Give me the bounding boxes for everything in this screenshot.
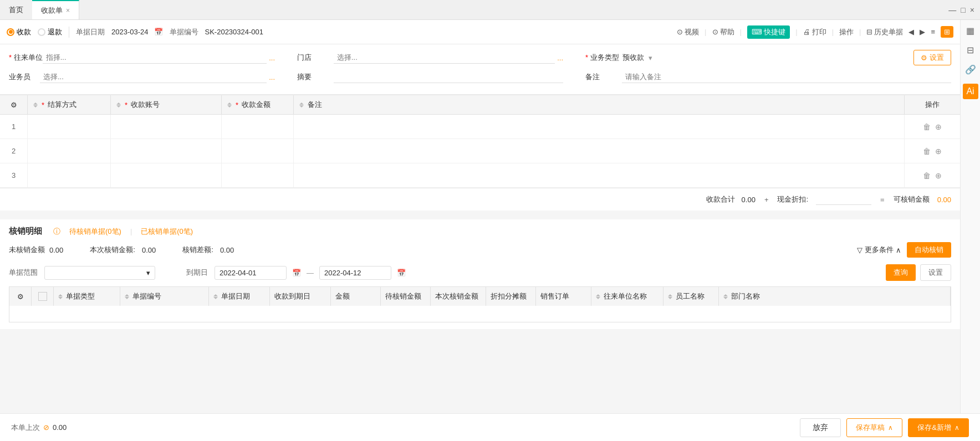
remark-input[interactable] [622,71,951,83]
done-tab[interactable]: 已核销单据(0笔) [141,227,193,237]
bth-settings[interactable]: ⚙ [9,287,32,306]
save-draft-btn[interactable]: 保存草稿 ∧ [846,418,902,437]
sidebar-icon-link[interactable]: 🔗 [965,64,976,75]
row-2-remark[interactable] [294,139,905,163]
auto-verify-btn[interactable]: 自动核销 [907,242,951,258]
grid-icon-btn[interactable]: ⊞ [941,26,953,38]
discard-btn[interactable]: 放弃 [800,418,841,437]
row-1-settlement[interactable] [28,115,111,139]
print-icon: 🖨 [803,28,810,36]
window-close-icon[interactable]: × [970,6,974,14]
row-1-copy-icon[interactable]: ⊕ [935,122,942,131]
help-btn[interactable]: ⊙ 帮助 [712,27,734,37]
dept-sort [723,294,728,299]
verify-info-icon[interactable]: ⓘ [53,227,60,237]
business-type-dropdown-icon[interactable]: ▾ [649,54,652,62]
row-2-account[interactable] [111,139,222,163]
date-range-label: 单据范围 [9,268,38,278]
summary-input[interactable] [334,71,563,83]
row-2-amount[interactable] [222,139,294,163]
business-type-label: 业务类型 [585,53,619,63]
partner-more-btn[interactable]: ... [269,54,275,62]
sidebar-icon-ai[interactable]: Ai [963,84,978,99]
query-btn[interactable]: 查询 [886,264,916,281]
due-date-start-input[interactable] [215,266,287,280]
row-1-delete-icon[interactable]: 🗑 [923,122,931,131]
date-range-field: 单据范围 ▾ [9,266,155,280]
bth-check[interactable] [32,287,54,306]
row-1-account[interactable] [111,115,222,139]
row-3-settlement[interactable] [28,163,111,187]
more-conditions-btn[interactable]: ▽ 更多条件 ∧ [857,245,901,255]
row-3-amount[interactable] [222,163,294,187]
row-1-amount[interactable] [222,115,294,139]
current-value: 0.00 [53,423,67,432]
amount-sort [227,102,232,107]
due-date-label: 到期日 [186,268,208,278]
discount-input[interactable] [816,194,871,205]
tab-home[interactable]: 首页 [0,0,32,19]
maximize-icon[interactable]: □ [961,6,965,14]
section-divider [0,211,960,215]
table-header-settings[interactable]: ⚙ [0,95,28,114]
due-date-end-cal-icon[interactable]: 📅 [397,269,406,277]
summary-field: 摘要 [297,71,563,83]
menu-icon-btn[interactable]: ≡ [931,28,935,36]
nav-right-btn[interactable]: ▶ [920,28,925,36]
tab-close-icon[interactable]: × [66,7,70,14]
query-settings-btn[interactable]: 设置 [920,264,951,281]
radio-refund[interactable]: 退款 [38,27,62,37]
operation-btn[interactable]: 操作 [839,27,854,37]
form-area: 往来单位 ... 门店 ... 业务类型 预收款 ▾ ⚙ 设置 [0,44,960,95]
footer-spacer [0,329,960,357]
due-date-end-input[interactable] [319,266,391,280]
due-date-start-cal-icon[interactable]: 📅 [292,269,301,277]
current-label: 本单上次 [11,423,40,433]
row-2-settlement[interactable] [28,139,111,163]
query-row: 单据范围 ▾ 到期日 📅 — 📅 查询 设置 [9,264,951,281]
tab-receipt[interactable]: 收款单 × [32,0,79,19]
this-time-label: 本次核销金额: [90,245,135,255]
row-3-num: 3 [0,163,28,187]
row-3-delete-icon[interactable]: 🗑 [923,171,931,180]
diff-label: 核销差额: [182,245,213,255]
discount-label: 现金折扣: [777,194,808,204]
row-2-delete-icon[interactable]: 🗑 [923,147,931,156]
shortcut-btn[interactable]: ⌨ 快捷键 [747,25,790,39]
date-picker-icon[interactable]: 📅 [154,28,163,36]
bth-date: 单据日期 [209,287,270,306]
row-1-remark[interactable] [294,115,905,139]
available-value: 0.00 [937,196,951,204]
shop-input[interactable] [334,52,555,64]
row-3-remark[interactable] [294,163,905,187]
account-sort [116,102,121,107]
form-settings-btn[interactable]: ⚙ 设置 [913,50,951,65]
row-2-copy-icon[interactable]: ⊕ [935,147,942,156]
row-3-copy-icon[interactable]: ⊕ [935,171,942,180]
sidebar-icon-grid[interactable]: ▦ [966,25,974,36]
row-3-account[interactable] [111,163,222,187]
date-range-dash: — [307,269,314,277]
partner-input[interactable] [43,52,267,64]
select-all-checkbox[interactable] [38,292,47,301]
video-btn[interactable]: ⊙ 视频 [677,27,699,37]
table-header-account: * 收款账号 [111,95,222,114]
bottom-table-body [9,306,951,322]
shop-more-btn[interactable]: ... [557,54,563,62]
sidebar-icon-list[interactable]: ⊟ [967,45,974,55]
salesman-more-btn[interactable]: ... [269,73,275,81]
table-settings-icon[interactable]: ⚙ [11,101,17,109]
history-btn[interactable]: ⊟ 历史单据 [866,27,903,37]
salesman-input[interactable] [40,71,267,83]
grid-icon: ⊞ [944,28,950,36]
type-sort [58,294,63,299]
nav-left-btn[interactable]: ◀ [908,28,914,36]
save-new-btn[interactable]: 保存&新增 ∧ [908,418,969,437]
print-btn[interactable]: 🖨 打印 [803,27,826,37]
current-info-icon[interactable]: ⊘ [43,423,49,432]
pending-tab[interactable]: 待核销单据(0笔) [69,227,121,237]
date-range-select[interactable]: ▾ [44,266,155,280]
date-value: 2023-03-24 [111,28,149,36]
minimize-icon[interactable]: — [948,6,956,14]
radio-receipt[interactable]: 收款 [7,27,31,37]
